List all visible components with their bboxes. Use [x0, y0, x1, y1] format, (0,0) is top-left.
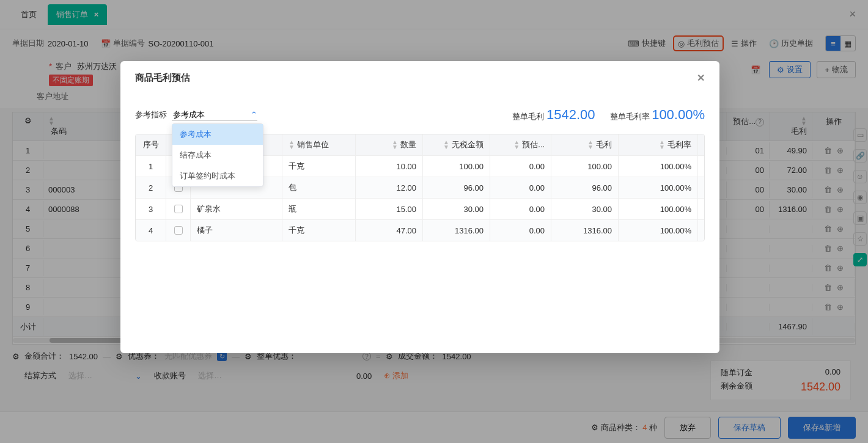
mcell-unit: 千克	[282, 220, 356, 241]
total-profit-value: 1542.00	[546, 107, 595, 122]
total-profit-label: 整单毛利	[512, 112, 544, 121]
profit-forecast-modal: 商品毛利预估 ✕ 参考指标 ⌃ 参考成本 结存成本 订单签约时成本 整单毛利 1…	[120, 61, 719, 353]
modal-table-row[interactable]: 3矿泉水瓶15.0030.000.0030.00100.00%	[136, 198, 704, 219]
modal-close-icon[interactable]: ✕	[697, 72, 705, 84]
mcell-profit: 96.00	[551, 177, 619, 198]
mcell-rate: 100.00%	[619, 177, 698, 198]
mcell-qty: 12.00	[356, 177, 423, 198]
mcell-cost: 0.00	[490, 177, 551, 198]
mcell-name: 矿泉水	[191, 199, 282, 219]
dropdown-option[interactable]: 参考成本	[172, 124, 263, 145]
dropdown-option[interactable]: 订单签约时成本	[172, 166, 263, 186]
mcell-unit: 千克	[282, 156, 356, 177]
total-rate-label: 整单毛利率	[610, 112, 650, 121]
mcell-amount: 100.00	[423, 156, 490, 177]
mcol-cost[interactable]: 预估...	[490, 134, 551, 155]
mcol-rate[interactable]: 毛利率	[619, 134, 698, 155]
mcell-profit: 1316.00	[551, 220, 619, 241]
mcell-check[interactable]	[166, 220, 191, 241]
mcell-amount: 30.00	[423, 199, 490, 219]
mcell-idx: 1	[136, 156, 166, 177]
dropdown-option[interactable]: 结存成本	[172, 145, 263, 166]
mcell-name: 橘子	[191, 220, 282, 241]
mcell-idx: 3	[136, 199, 166, 219]
mcell-rate: 100.00%	[619, 156, 698, 177]
metric-label: 参考指标	[135, 109, 167, 120]
mcell-check[interactable]	[166, 199, 191, 219]
chevron-up-icon[interactable]: ⌃	[251, 110, 257, 119]
mcell-cost: 0.00	[490, 220, 551, 241]
modal-table-row[interactable]: 4橘子千克47.001316.000.001316.00100.00%	[136, 219, 704, 241]
mcell-qty: 15.00	[356, 199, 423, 219]
mcell-qty: 47.00	[356, 220, 423, 241]
mcell-idx: 2	[136, 177, 166, 198]
mcell-rate: 100.00%	[619, 220, 698, 241]
metric-dropdown: 参考成本 结存成本 订单签约时成本	[172, 123, 263, 187]
mcell-profit: 30.00	[551, 199, 619, 219]
mcell-unit: 包	[282, 177, 356, 198]
metric-select-input[interactable]	[172, 109, 257, 121]
mcell-rate: 100.00%	[619, 199, 698, 219]
mcell-unit: 瓶	[282, 199, 356, 219]
mcol-qty[interactable]: 数量	[356, 134, 423, 155]
modal-title: 商品毛利预估	[135, 72, 190, 84]
modal-metric-row: 参考指标 ⌃ 参考成本 结存成本 订单签约时成本 整单毛利 1542.00 整单…	[135, 107, 705, 123]
mcell-qty: 10.00	[356, 156, 423, 177]
mcol-unit[interactable]: 销售单位	[282, 134, 356, 155]
mcell-idx: 4	[136, 220, 166, 241]
mcell-cost: 0.00	[490, 156, 551, 177]
mcell-cost: 0.00	[490, 199, 551, 219]
mcell-profit: 100.00	[551, 156, 619, 177]
mcol-amount[interactable]: 无税金额	[423, 134, 490, 155]
mcell-amount: 1316.00	[423, 220, 490, 241]
mcol-idx[interactable]: 序号	[136, 134, 166, 155]
total-rate-value: 100.00%	[652, 107, 705, 122]
mcol-profit[interactable]: 毛利	[551, 134, 619, 155]
mcell-amount: 96.00	[423, 177, 490, 198]
